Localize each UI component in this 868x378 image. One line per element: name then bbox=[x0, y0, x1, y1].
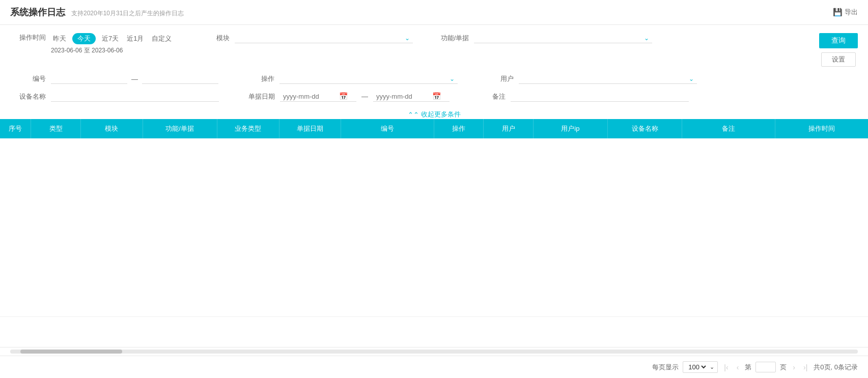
col-number: 编号 bbox=[341, 119, 434, 138]
device-filter: 设备名称 bbox=[10, 92, 219, 102]
export-button[interactable]: 💾 导出 bbox=[833, 8, 858, 17]
per-page-select[interactable]: 10 20 50 100 200 bbox=[686, 363, 708, 371]
device-input[interactable] bbox=[54, 93, 216, 100]
operation-input[interactable] bbox=[283, 75, 450, 82]
number-dash: — bbox=[131, 75, 138, 83]
module-label: 模块 bbox=[194, 34, 235, 43]
remark-input-wrap bbox=[511, 92, 689, 102]
page-subtitle: 支持2020年10月31日之后产生的操作日志 bbox=[71, 9, 184, 18]
page-header: 系统操作日志 支持2020年10月31日之后产生的操作日志 💾 导出 bbox=[0, 0, 868, 25]
col-index: 序号 bbox=[0, 119, 31, 138]
time-options: 昨天 今天 近7天 近1月 自定义 bbox=[51, 33, 174, 44]
chevron-up-icon: ⌃⌃ bbox=[408, 111, 419, 119]
calendar-end-icon[interactable]: 📅 bbox=[432, 92, 441, 100]
date-end-wrap: 📅 bbox=[373, 91, 450, 102]
number-end-input[interactable] bbox=[142, 74, 218, 84]
col-biz-type: 业务类型 bbox=[217, 119, 279, 138]
time-btn-today[interactable]: 今天 bbox=[72, 33, 96, 44]
page-title: 系统操作日志 bbox=[10, 6, 65, 18]
page-unit: 页 bbox=[780, 363, 787, 372]
remark-filter: 备注 bbox=[470, 92, 689, 102]
voucher-date-label: 单据日期 bbox=[239, 92, 280, 101]
table-header-row: 序号 类型 模块 功能/单据 业务类型 单据日期 编号 操作 用户 用户ip 设… bbox=[0, 119, 868, 138]
collapse-button[interactable]: ⌃⌃ 收起更多条件 bbox=[408, 110, 461, 119]
filter-section: 操作时间 昨天 今天 近7天 近1月 自定义 2023-06-06 至 2023… bbox=[0, 25, 868, 119]
scrollbar-thumb[interactable] bbox=[20, 350, 122, 354]
col-type: 类型 bbox=[31, 119, 80, 138]
calendar-start-icon[interactable]: 📅 bbox=[339, 92, 348, 100]
number-range: — bbox=[51, 74, 218, 84]
device-input-wrap bbox=[51, 92, 219, 102]
time-btn-yesterday[interactable]: 昨天 bbox=[51, 33, 68, 44]
module-chevron-icon: ⌄ bbox=[405, 35, 410, 42]
pagination-total: 共0页, 0条记录 bbox=[814, 363, 858, 372]
date-start-wrap: 📅 bbox=[280, 91, 356, 102]
operation-filter: 操作 ⌄ bbox=[239, 74, 458, 84]
page-number-input[interactable]: 1 bbox=[755, 362, 776, 372]
time-label: 操作时间 bbox=[10, 33, 51, 42]
settings-button[interactable]: 设置 bbox=[821, 52, 856, 67]
user-chevron-icon: ⌄ bbox=[689, 75, 694, 82]
col-remark: 备注 bbox=[682, 119, 775, 138]
next-page-button[interactable]: › bbox=[791, 362, 797, 372]
last-page-button[interactable]: ›| bbox=[801, 362, 809, 372]
header-left: 系统操作日志 支持2020年10月31日之后产生的操作日志 bbox=[10, 6, 184, 18]
user-filter: 用户 ⌄ bbox=[478, 74, 697, 84]
time-btn-custom[interactable]: 自定义 bbox=[150, 33, 174, 44]
device-label: 设备名称 bbox=[10, 92, 51, 101]
collapse-row: ⌃⌃ 收起更多条件 bbox=[10, 106, 858, 119]
date-start-input[interactable] bbox=[283, 93, 339, 100]
action-buttons: 查询 设置 bbox=[819, 33, 858, 67]
time-date-range: 2023-06-06 至 2023-06-06 bbox=[51, 46, 174, 55]
data-table: 序号 类型 模块 功能/单据 业务类型 单据日期 编号 操作 用户 用户ip 设… bbox=[0, 119, 868, 317]
operation-label: 操作 bbox=[239, 74, 279, 83]
col-user-ip: 用户ip bbox=[533, 119, 607, 138]
scrollbar-track bbox=[10, 350, 858, 354]
user-input[interactable] bbox=[522, 75, 689, 82]
prev-page-button[interactable]: ‹ bbox=[735, 362, 741, 372]
col-function: 功能/单据 bbox=[143, 119, 217, 138]
col-module: 模块 bbox=[80, 119, 143, 138]
number-start-input[interactable] bbox=[51, 74, 127, 84]
function-input[interactable] bbox=[477, 34, 644, 42]
col-voucher-date: 单据日期 bbox=[279, 119, 341, 138]
page-label: 第 bbox=[745, 363, 751, 372]
time-btn-7days[interactable]: 近7天 bbox=[100, 33, 121, 44]
col-device: 设备名称 bbox=[607, 119, 682, 138]
col-operation: 操作 bbox=[434, 119, 483, 138]
scrollbar-area bbox=[0, 347, 868, 356]
col-op-time: 操作时间 bbox=[775, 119, 868, 138]
time-filter-group: 操作时间 昨天 今天 近7天 近1月 自定义 2023-06-06 至 2023… bbox=[10, 33, 174, 55]
date-dash: — bbox=[361, 93, 368, 100]
date-range: 📅 — 📅 bbox=[280, 91, 450, 102]
date-end-input[interactable] bbox=[376, 93, 432, 100]
operation-chevron-icon: ⌄ bbox=[450, 75, 455, 82]
per-page-chevron-icon: ⌄ bbox=[710, 364, 714, 370]
number-filter: 编号 — bbox=[10, 74, 218, 84]
user-select[interactable]: ⌄ bbox=[519, 74, 697, 84]
empty-row bbox=[0, 138, 868, 316]
function-chevron-icon: ⌄ bbox=[644, 35, 649, 42]
function-filter: 功能/单据 ⌄ bbox=[433, 33, 652, 43]
module-filter: 模块 ⌄ bbox=[194, 33, 413, 43]
collapse-label: 收起更多条件 bbox=[421, 110, 461, 119]
page-wrapper: 系统操作日志 支持2020年10月31日之后产生的操作日志 💾 导出 操作时间 … bbox=[0, 0, 868, 378]
operation-select[interactable]: ⌄ bbox=[279, 74, 458, 84]
remark-input[interactable] bbox=[514, 93, 686, 100]
per-page-label: 每页显示 bbox=[652, 363, 679, 372]
number-label: 编号 bbox=[10, 74, 51, 83]
export-label: 导出 bbox=[845, 8, 858, 17]
module-input[interactable] bbox=[238, 34, 405, 42]
per-page-select-wrap[interactable]: 10 20 50 100 200 ⌄ bbox=[683, 361, 718, 373]
user-label: 用户 bbox=[478, 74, 519, 83]
empty-cell bbox=[0, 138, 868, 316]
module-select[interactable]: ⌄ bbox=[235, 33, 413, 43]
voucher-date-filter: 单据日期 📅 — 📅 bbox=[239, 91, 450, 102]
remark-label: 备注 bbox=[470, 92, 511, 101]
first-page-button[interactable]: |‹ bbox=[722, 362, 730, 372]
time-btn-1month[interactable]: 近1月 bbox=[125, 33, 146, 44]
pagination-bar: 每页显示 10 20 50 100 200 ⌄ |‹ ‹ 第 1 页 › ›| … bbox=[0, 356, 868, 378]
col-user: 用户 bbox=[484, 119, 533, 138]
query-button[interactable]: 查询 bbox=[819, 33, 858, 48]
function-select[interactable]: ⌄ bbox=[474, 33, 652, 43]
